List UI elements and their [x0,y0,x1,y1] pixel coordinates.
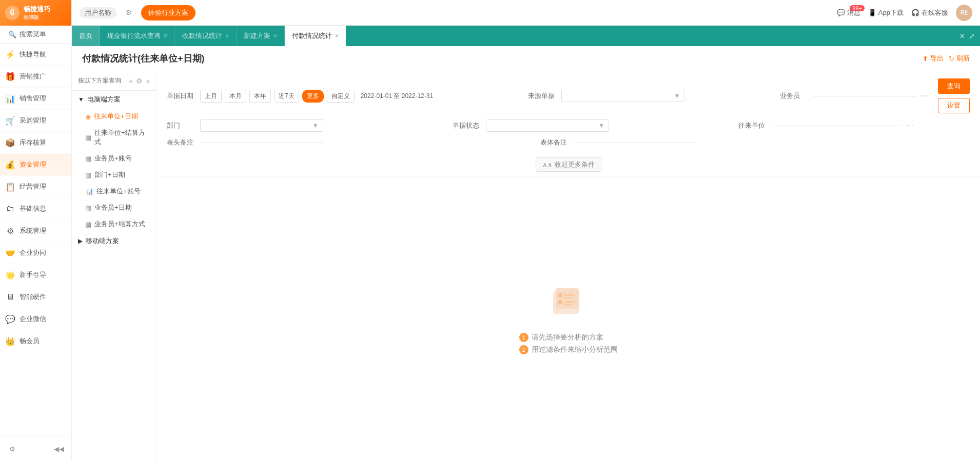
capital-icon: 💰 [5,159,15,170]
export-button[interactable]: ⬆ 导出 [923,54,944,63]
add-scheme-icon[interactable]: + [129,77,133,85]
scheme-item-0[interactable]: ◉ 往来单位+日期 [72,108,156,125]
tab-close-receipt[interactable]: × [225,32,229,39]
tab-bank[interactable]: 现金银行流水查询 × [100,26,175,46]
sidebar-item-marketing[interactable]: 🎁 营销推广 [0,66,71,88]
sidebar-item-purchase[interactable]: 🛒 采购管理 [0,110,71,132]
scheme-group-desktop-title[interactable]: ▼ 电脑端方案 [72,91,156,108]
sidebar-item-member[interactable]: 👑 畅会员 [0,330,71,352]
system-icon: ⚙ [5,226,15,236]
date-btn-custom[interactable]: 自定义 [327,90,355,103]
date-btn-last-month[interactable]: 上月 [200,90,222,103]
sidebar-item-hardware[interactable]: 🖥 智能硬件 [0,286,71,308]
close-all-tabs-icon[interactable]: ✕ [959,32,965,40]
source-select[interactable]: ▼ [561,90,684,102]
status-label: 单据状态 [453,121,486,130]
scheme-item-6[interactable]: ▦ 业务员+结算方式 [72,216,156,232]
marketing-icon: 🎁 [5,71,15,82]
scheme-icon-5: ▦ [85,204,91,212]
tab-receipt[interactable]: 收款情况统计 × [175,26,237,46]
empty-tip-1: 1 请先选择要分析的方案 [519,333,618,342]
salesman-select-dots[interactable]: ··· [921,91,928,101]
collapse-sidebar-icon[interactable]: ◀◀ [52,442,66,456]
date-range-text: 2022-01-01 至 2022-12-31 [361,92,433,101]
sidebar-item-shortcut[interactable]: ⚡ 快捷导航 [0,44,71,66]
refresh-button[interactable]: ↻ 刷新 [949,54,970,63]
group-expand-icon: ▼ [78,96,84,103]
sidebar-item-operation[interactable]: 📋 经营管理 [0,176,71,198]
topbar-left: 用户名称 ⚙ 体验行业方案 [80,5,195,21]
scheme-icon-0: ◉ [85,113,91,121]
sidebar-item-corp[interactable]: 🤝 企业协同 [0,242,71,264]
sidebar-item-system[interactable]: ⚙ 系统管理 [0,220,71,242]
scheme-icon-1: ▦ [85,134,91,142]
svg-rect-7 [564,304,572,305]
date-btn-7days[interactable]: 近7天 [274,90,299,103]
tab-home[interactable]: 首页 [72,26,100,46]
tab-close-bank[interactable]: × [164,32,167,39]
app-download-item[interactable]: 📱 App下载 [868,8,904,17]
sidebar-item-wechat[interactable]: 💬 企业微信 [0,308,71,330]
scheme-item-2[interactable]: ▦ 业务员+账号 [72,150,156,167]
scheme-item-5[interactable]: ▦ 业务员+日期 [72,199,156,216]
scheme-icon-6: ▦ [85,221,91,228]
main-area: 用户名称 ⚙ 体验行业方案 💬 消息 99+ 📱 App下载 🎧 在线客服 Ri… [72,0,980,461]
export-icon: ⬆ [923,55,928,63]
empty-state: 1 请先选择要分析的方案 2 用过滤条件来缩小分析范围 [156,176,980,461]
collapse-scheme-icon[interactable]: « [146,77,150,85]
tab-payment[interactable]: 付款情况统计 × [285,26,346,46]
expand-tabs-icon[interactable]: ⤢ [969,32,975,40]
query-panel: 单据日期 上月 本月 本年 近7天 更多 自定义 2022-01-01 至 20… [156,71,980,461]
sidebar-item-guide[interactable]: 🌟 新手引导 [0,264,71,286]
wechat-icon: 💬 [5,314,15,324]
dept-select[interactable]: ▼ [200,119,323,132]
source-label: 来源单据 [528,91,561,101]
scheme-group-mobile-title[interactable]: ▶ 移动端方案 [72,232,156,250]
basic-icon: 🗂 [5,204,15,214]
scheme-group-desktop: ▼ 电脑端方案 ◉ 往来单位+日期 ▦ 往来单位+结算方式 ▦ 业务员+账号 [72,91,156,232]
sidebar-search[interactable]: 🔍 搜索菜单 [0,26,71,44]
scheme-icon-2: ▦ [85,155,91,163]
svg-rect-5 [558,300,562,304]
sales-icon: 📊 [5,93,15,104]
scheme-panel-toolbar: + ⚙ « [129,77,150,85]
scheme-item-3[interactable]: ▦ 部门+日期 [72,167,156,183]
service-icon: 🎧 [911,9,919,16]
user-avatar[interactable]: Rit [956,5,972,21]
sidebar-item-sales[interactable]: 📊 销售管理 [0,88,71,110]
page-actions: ⬆ 导出 ↻ 刷新 [923,54,970,63]
page-header: 付款情况统计(往来单位+日期) ⬆ 导出 ↻ 刷新 [72,46,980,71]
sidebar-brand: 畅捷通巧 标准版 [24,5,50,21]
settings-footer-icon[interactable]: ⚙ [5,442,19,456]
inventory-icon: 📦 [5,137,15,148]
collapse-row: ∧∧ 收起更多条件 [167,153,970,176]
date-btn-this-month[interactable]: 本月 [225,90,246,103]
topbar-gear-icon[interactable]: ⚙ [122,6,136,20]
scheme-settings-icon[interactable]: ⚙ [136,77,143,85]
date-btn-this-year[interactable]: 本年 [249,90,271,103]
collapse-conditions-button[interactable]: ∧∧ 收起更多条件 [536,157,601,172]
refresh-icon: ↻ [949,55,954,63]
header-note-label: 表头备注 [167,138,200,147]
sidebar-item-inventory[interactable]: 📦 库存核算 [0,132,71,154]
sidebar-item-capital[interactable]: 💰 资金管理 [0,154,71,176]
trial-button[interactable]: 体验行业方案 [141,5,195,21]
query-button[interactable]: 查询 [938,78,970,94]
status-select[interactable]: ▼ [486,119,609,132]
partner-select-dots[interactable]: ··· [907,121,913,130]
tab-close-payment[interactable]: × [335,32,339,39]
tabbar-actions: ✕ ⤢ [954,26,980,46]
shortcut-icon: ⚡ [5,49,15,59]
tab-new-scheme[interactable]: 新建方案 × [237,26,285,46]
tip-num-1: 1 [519,333,528,342]
hardware-icon: 🖥 [5,292,15,302]
date-btn-more[interactable]: 更多 [302,90,324,103]
tab-close-new-scheme[interactable]: × [273,32,277,39]
scheme-item-1[interactable]: ▦ 往来单位+结算方式 [72,125,156,150]
service-item[interactable]: 🎧 在线客服 [911,8,948,17]
dept-select-arrow: ▼ [312,122,319,129]
sidebar-item-basic[interactable]: 🗂 基础信息 [0,198,71,220]
scheme-item-4[interactable]: 📊 往来单位+账号 [72,183,156,199]
filter-settings-button[interactable]: 设置 [938,98,970,113]
message-item[interactable]: 💬 消息 99+ [837,8,860,17]
